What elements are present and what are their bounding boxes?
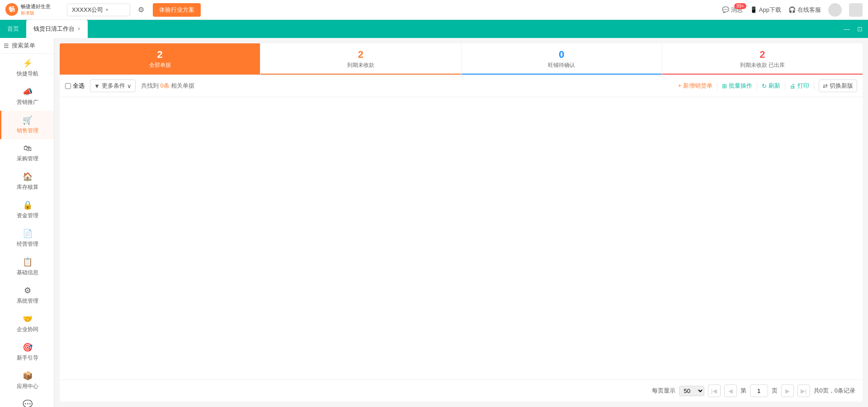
sidebar-item-quick-nav[interactable]: ⚡ 快捷导航 (0, 54, 54, 82)
lightning-icon: ⚡ (23, 58, 33, 68)
company-selector[interactable]: XXXXX公司 ▾ (67, 4, 130, 16)
tab-minimize-btn[interactable]: — (842, 23, 852, 34)
print-button[interactable]: 🖨 打印 (790, 82, 809, 90)
divider-1 (717, 82, 717, 90)
found-text: 共找到 0条 相关单据 (141, 82, 194, 90)
first-page-btn[interactable]: |◀ (708, 384, 721, 397)
message-badge: 99+ (734, 3, 746, 9)
tab-maximize-btn[interactable]: ⊡ (855, 23, 864, 34)
switch-version-button[interactable]: ⇄ 切换新版 (819, 80, 857, 92)
sidebar-label-quick-nav: 快捷导航 (17, 70, 38, 78)
stat-out-label: 到期未收款 已出库 (740, 61, 785, 69)
app-download-label: App下载 (759, 6, 781, 14)
sidebar-label-cooperation: 企业协同 (17, 326, 38, 333)
stat-tab-pending[interactable]: 0 旺铺待确认 (462, 43, 662, 75)
stat-tab-all[interactable]: 2 全部单据 (60, 43, 260, 75)
sidebar-item-marketing[interactable]: 📣 营销推广 (0, 82, 54, 111)
logo-badge: 标准版 (21, 10, 51, 16)
page-input[interactable] (750, 384, 768, 397)
print-icon: 🖨 (790, 83, 796, 89)
sidebar-item-cooperation[interactable]: 🤝 企业协同 (0, 309, 54, 338)
sidebar-label-sales: 销售管理 (17, 127, 38, 135)
sidebar-item-basic-info[interactable]: 📋 基础信息 (0, 253, 54, 281)
company-name: XXXXX公司 (72, 6, 103, 14)
logo-icon: 畅 (5, 3, 18, 16)
content-area: 2 全部单据 2 到期未收款 0 旺铺待确认 2 到期未收款 已出库 (54, 38, 868, 407)
chevron-down-icon: ▾ (106, 7, 108, 12)
tab-close-icon[interactable]: × (77, 26, 80, 32)
sidebar: ☰ 搜索菜单 ⚡ 快捷导航 📣 营销推广 🛒 销售管理 🛍 采购管理 🏠 库存核… (0, 38, 54, 407)
select-all-checkbox[interactable]: 全选 (65, 82, 85, 90)
experience-button[interactable]: 体验行业方案 (153, 3, 201, 17)
message-icon: 💬 (722, 6, 729, 13)
select-all-input[interactable] (65, 83, 71, 89)
megaphone-icon: 📣 (23, 87, 33, 97)
sidebar-label-purchase: 采购管理 (17, 155, 38, 163)
sidebar-item-guide[interactable]: 🎯 新手引导 (0, 338, 54, 366)
batch-icon: ⊞ (722, 83, 727, 89)
sidebar-item-system[interactable]: ⚙ 系统管理 (0, 281, 54, 309)
message-button[interactable]: 💬 消息 99+ (722, 6, 743, 14)
settings-icon[interactable]: ⚙ (134, 3, 148, 17)
sidebar-label-marketing: 营销推广 (17, 98, 38, 106)
tab-home[interactable]: 首页 (0, 20, 26, 38)
filter-icon: ▼ (94, 83, 100, 89)
lock-icon: 🔒 (23, 200, 33, 210)
tab-underline-pending (462, 74, 662, 75)
divider-4 (814, 82, 814, 90)
user-name-area[interactable] (849, 3, 863, 17)
warehouse-icon: 🏠 (23, 172, 33, 182)
avatar[interactable] (828, 3, 842, 17)
sidebar-label-inventory: 库存核算 (17, 183, 38, 191)
sidebar-item-sales[interactable]: 🛒 销售管理 (0, 111, 54, 139)
batch-operation-button[interactable]: ⊞ 批量操作 (722, 82, 752, 90)
sidebar-item-wechat[interactable]: 💬 企业微信 (0, 395, 54, 407)
app-icon: 📦 (23, 371, 33, 381)
sidebar-item-inventory[interactable]: 🏠 库存核算 (0, 167, 54, 196)
page-label-end: 页 (772, 387, 778, 395)
refresh-button[interactable]: ↻ 刷新 (762, 82, 780, 90)
stats-tabs: 2 全部单据 2 到期未收款 0 旺铺待确认 2 到期未收款 已出库 (60, 43, 863, 75)
stat-pending-label: 旺铺待确认 (548, 61, 575, 69)
shop-icon: 🛒 (23, 115, 33, 125)
download-icon: 📱 (750, 6, 757, 13)
online-service-label: 在线客服 (797, 6, 821, 14)
sidebar-label-system: 系统管理 (17, 297, 38, 305)
stat-overdue-label: 到期未收款 (347, 61, 374, 69)
search-menu-button[interactable]: ☰ 搜索菜单 (0, 38, 54, 54)
per-page-label: 每页显示 (652, 387, 675, 395)
app-download-button[interactable]: 📱 App下载 (750, 6, 781, 14)
stat-out-number: 2 (760, 49, 765, 61)
table-area (60, 97, 863, 379)
per-page-select[interactable]: 50 100 200 (679, 386, 704, 396)
more-filters-button[interactable]: ▼ 更多条件 ∨ (90, 80, 136, 92)
prev-page-btn[interactable]: ◀ (724, 384, 737, 397)
stat-all-number: 2 (157, 49, 163, 61)
online-service-button[interactable]: 🎧 在线客服 (788, 6, 821, 14)
logo-text: 畅捷通好生意 (21, 3, 51, 9)
pagination: 每页显示 50 100 200 |◀ ◀ 第 页 ▶ ▶| 共0页，0条记录 (60, 379, 863, 402)
stat-tab-out[interactable]: 2 到期未收款 已出库 (662, 43, 863, 75)
found-count: 0条 (160, 82, 170, 89)
tab-actions: — ⊡ (842, 23, 868, 34)
next-page-btn[interactable]: ▶ (781, 384, 794, 397)
sidebar-item-app-center[interactable]: 📦 应用中心 (0, 366, 54, 395)
toolbar: 全选 ▼ 更多条件 ∨ 共找到 0条 相关单据 + 新增销货单 ⊞ 批量操作 (60, 75, 863, 97)
toolbar-right: + 新增销货单 ⊞ 批量操作 ↻ 刷新 🖨 打印 ⇄ (678, 80, 857, 92)
headset-icon: 🎧 (788, 6, 796, 13)
sidebar-label-basic-info: 基础信息 (17, 269, 38, 276)
tab-underline-out (662, 74, 863, 75)
sidebar-item-purchase[interactable]: 🛍 采购管理 (0, 139, 54, 167)
sidebar-label-operation: 经营管理 (17, 240, 38, 248)
add-sales-order-button[interactable]: + 新增销货单 (678, 82, 712, 90)
sidebar-item-operation[interactable]: 📄 经营管理 (0, 224, 54, 253)
stat-pending-number: 0 (559, 49, 564, 61)
tab-underline-overdue (260, 74, 461, 75)
last-page-btn[interactable]: ▶| (797, 384, 810, 397)
sidebar-item-finance[interactable]: 🔒 资金管理 (0, 196, 54, 224)
stat-tab-overdue[interactable]: 2 到期未收款 (260, 43, 461, 75)
page-label: 第 (741, 387, 746, 395)
sidebar-label-app-center: 应用中心 (17, 383, 38, 390)
tab-workbench[interactable]: 钱货日清工作台 × (26, 20, 88, 38)
sidebar-label-guide: 新手引导 (17, 354, 38, 362)
